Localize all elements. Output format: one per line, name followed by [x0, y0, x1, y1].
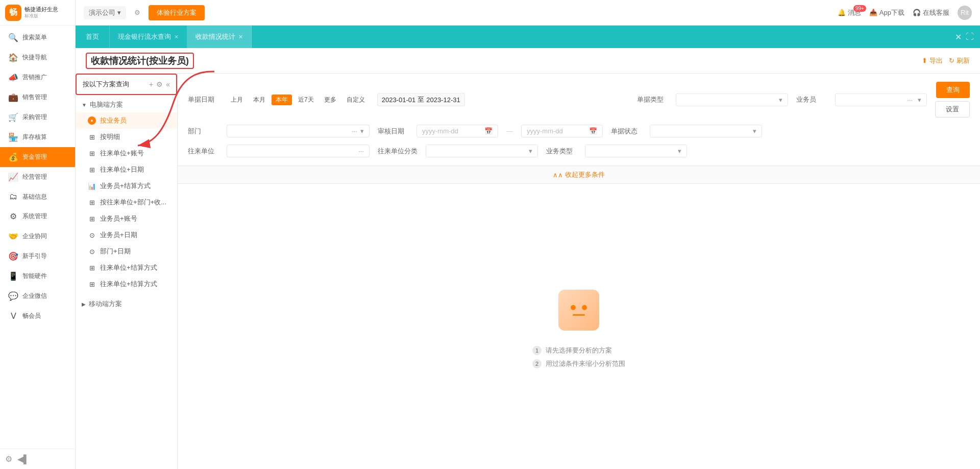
- review-date-from-input[interactable]: yyyy-mm-dd 📅: [416, 125, 498, 137]
- export-icon: ⬆: [922, 57, 927, 64]
- scheme-item-partner-date-label: 往来单位+日期: [100, 165, 144, 174]
- setting-button[interactable]: 设置: [935, 101, 970, 118]
- date-range-display[interactable]: 2023-01-01 至 2023-12-31: [377, 93, 465, 106]
- online-service-btn[interactable]: 🎧 在线客服: [913, 8, 949, 17]
- robot-mouth: [573, 314, 585, 316]
- partner-category-select[interactable]: ▾: [426, 145, 538, 157]
- tab-close-all-btn[interactable]: ✕: [955, 32, 962, 42]
- app-download-btn[interactable]: 📥 App下载: [869, 8, 904, 17]
- add-scheme-btn[interactable]: +: [149, 80, 153, 88]
- page-title: 收款情况统计(按业务员): [86, 53, 194, 69]
- scheme-item-salesperson-date[interactable]: ⊙ 业务员+日期: [76, 227, 177, 243]
- scheme-item-partner-dept-collect[interactable]: ⊞ 按往来单位+部门+收...: [76, 194, 177, 210]
- salesperson-select[interactable]: ··· ▾: [835, 93, 927, 106]
- scheme-group-desktop-title[interactable]: ▼ 电脑端方案: [76, 97, 177, 112]
- shortcut-custom[interactable]: 自定义: [342, 95, 369, 105]
- message-count-badge: 99+: [853, 5, 866, 12]
- edition-badge: 标准版: [24, 13, 58, 19]
- inventory-icon: 🏪: [8, 132, 18, 142]
- sidebar-item-member[interactable]: Ⅴ 畅会员: [0, 306, 75, 326]
- partner-select[interactable]: ···: [227, 145, 370, 157]
- tab-bank-flow[interactable]: 现金银行流水查询 ✕: [110, 26, 187, 48]
- shortcut-last-month[interactable]: 上月: [227, 95, 247, 105]
- tab-bank-flow-close[interactable]: ✕: [174, 34, 179, 40]
- doc-type-chevron-icon: ▾: [779, 96, 782, 104]
- collapse-scheme-btn[interactable]: «: [166, 80, 170, 88]
- hint-num-1: 1: [532, 346, 542, 355]
- company-name: 演示公司: [89, 8, 115, 17]
- scheme-item-salesperson-account[interactable]: ⊞ 业务员+账号: [76, 210, 177, 227]
- query-button[interactable]: 查询: [936, 82, 970, 98]
- user-avatar[interactable]: Rit: [958, 6, 972, 20]
- sidebar-item-search[interactable]: 🔍 搜索菜单: [0, 28, 75, 48]
- scheme-item-by-detail[interactable]: ⊞ 按明细: [76, 129, 177, 145]
- scheme-item-partner-dept-label: 按往来单位+部门+收...: [100, 198, 166, 207]
- shortcut-this-year[interactable]: 本年: [272, 95, 292, 105]
- scheme-item-partner-account[interactable]: ⊞ 往来单位+账号: [76, 145, 177, 161]
- sidebar-item-beginner[interactable]: 🎯 新手引导: [0, 246, 75, 266]
- scheme-item-dept-date-label: 部门+日期: [100, 247, 131, 256]
- sidebar-item-base-info[interactable]: 🗂 基础信息: [0, 187, 75, 206]
- sidebar-item-enterprise-label: 企业协同: [22, 232, 47, 241]
- scheme-dot-9: ⊞: [88, 264, 96, 272]
- biz-type-select[interactable]: ▾: [585, 145, 687, 157]
- scheme-item-partner-settle1[interactable]: ⊞ 往来单位+结算方式: [76, 260, 177, 276]
- sidebar-item-smart-hw[interactable]: 📱 智能硬件: [0, 266, 75, 286]
- scheme-item-partner-settle1-label: 往来单位+结算方式: [100, 263, 157, 272]
- sidebar-item-finance[interactable]: 💰 资金管理: [0, 147, 75, 167]
- top-header-right: 🔔 消息 99+ 📥 App下载 🎧 在线客服 Rit: [838, 6, 972, 20]
- sidebar-item-operations[interactable]: 📈 经营管理: [0, 167, 75, 187]
- scheme-item-by-detail-label: 按明细: [100, 132, 120, 142]
- base-info-icon: 🗂: [8, 192, 18, 201]
- marketing-icon: 📣: [8, 73, 18, 82]
- scheme-dot-6: ⊞: [88, 215, 96, 223]
- scheme-setting-btn[interactable]: ⚙: [156, 80, 163, 88]
- scheme-group-mobile-title[interactable]: ▶ 移动端方案: [76, 296, 177, 312]
- collapse-arrows-icon: ∧∧: [553, 171, 563, 179]
- partner-cat-chevron-icon: ▾: [529, 147, 532, 155]
- scheme-item-partner-settle2[interactable]: ⊞ 往来单位+结算方式: [76, 276, 177, 292]
- tab-collection[interactable]: 收款情况统计 ✕: [187, 26, 252, 48]
- tab-bank-flow-label: 现金银行流水查询: [118, 32, 171, 41]
- collapse-sidebar-btn[interactable]: ◀▌: [17, 454, 29, 464]
- sidebar-item-inventory[interactable]: 🏪 库存核算: [0, 127, 75, 147]
- message-btn[interactable]: 🔔 消息 99+: [838, 8, 861, 17]
- sidebar-item-purchase[interactable]: 🛒 采购管理: [0, 107, 75, 127]
- chevron-down-icon: ▾: [117, 9, 121, 16]
- sidebar-item-marketing[interactable]: 📣 营销推广: [0, 67, 75, 87]
- doc-type-select[interactable]: ▾: [676, 93, 788, 106]
- tab-collection-close[interactable]: ✕: [238, 34, 243, 40]
- sidebar-item-sales[interactable]: 💼 销售管理: [0, 87, 75, 107]
- logo-icon: 畅: [5, 5, 21, 21]
- shortcut-more[interactable]: 更多: [320, 95, 340, 105]
- refresh-btn[interactable]: ↻ 刷新: [949, 56, 970, 65]
- filter-area: 单据日期 上月 本月 本年 近7天 更多 自定义 2023-01-01: [178, 74, 980, 469]
- tab-home[interactable]: 首页: [76, 26, 110, 48]
- sidebar-item-enterprise[interactable]: 🤝 企业协同: [0, 226, 75, 246]
- company-selector[interactable]: 演示公司 ▾: [84, 6, 126, 19]
- scheme-item-partner-date[interactable]: ⊞ 往来单位+日期: [76, 161, 177, 178]
- shortcut-this-month[interactable]: 本月: [249, 95, 270, 105]
- dept-select[interactable]: ··· ▾: [227, 125, 370, 137]
- review-date-to-input[interactable]: yyyy-mm-dd 📅: [521, 125, 603, 137]
- salesperson-filter-label: 业务员: [796, 95, 827, 104]
- page-title-bar: 收款情况统计(按业务员) ⬆ 导出 ↻ 刷新: [76, 48, 980, 74]
- doc-status-select[interactable]: ▾: [650, 125, 762, 137]
- scheme-item-salesperson-settle[interactable]: 📊 业务员+结算方式: [76, 178, 177, 194]
- sidebar-item-system[interactable]: ⚙ 系统管理: [0, 206, 75, 226]
- export-btn[interactable]: ⬆ 导出: [922, 56, 943, 65]
- sidebar-item-wechat[interactable]: 💬 企业微信: [0, 286, 75, 306]
- sidebar-footer: ⚙ ◀▌: [0, 449, 75, 469]
- trial-button[interactable]: 体验行业方案: [149, 5, 205, 20]
- gear-btn[interactable]: ⚙: [130, 6, 144, 20]
- hint-text-2: 用过滤条件来缩小分析范围: [546, 359, 625, 368]
- settings-footer-btn[interactable]: ⚙: [5, 454, 12, 464]
- filter-row-date: 单据日期 上月 本月 本年 近7天 更多 自定义 2023-01-01: [188, 82, 970, 118]
- collapse-bar[interactable]: ∧∧ 收起更多条件: [178, 166, 980, 184]
- scheme-item-by-salesperson[interactable]: ● 按业务员: [76, 112, 177, 129]
- filter-row-dept: 部门 ··· ▾ 审核日期 yyyy-mm-dd 📅 —: [188, 125, 970, 137]
- shortcut-7days[interactable]: 近7天: [294, 95, 318, 105]
- sidebar-item-quick-nav[interactable]: 🏠 快捷导航: [0, 48, 75, 67]
- tab-maximize-btn[interactable]: ⛶: [966, 32, 974, 41]
- scheme-item-dept-date[interactable]: ⊙ 部门+日期: [76, 243, 177, 260]
